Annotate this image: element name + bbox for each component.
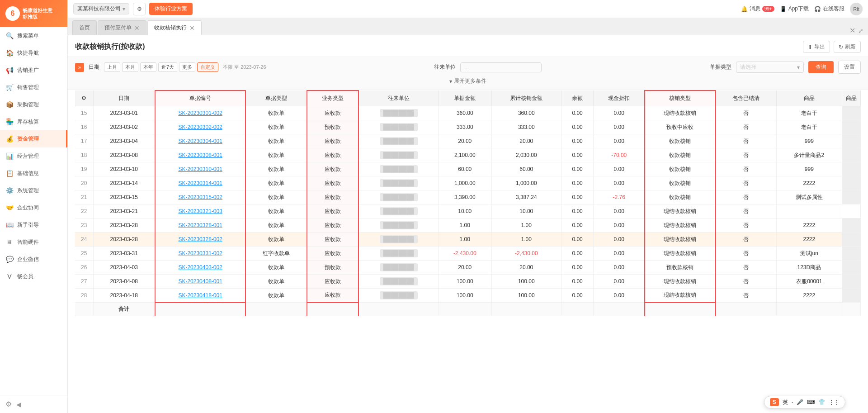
cell-doc_no[interactable]: SK-20230301-002 [155, 106, 245, 120]
partner-input[interactable]: ... [460, 62, 542, 72]
doc-link[interactable]: SK-20230301-002 [178, 110, 222, 116]
cell-doc_no[interactable]: SK-20230408-001 [155, 275, 245, 289]
filter-expand-button[interactable]: » [75, 63, 84, 72]
table-row: 252023-03-31SK-20230331-002红字收款单应收款█████… [75, 247, 861, 261]
query-button[interactable]: 查询 [808, 61, 834, 73]
col-header-cash_discount: 现金折扣 [594, 90, 645, 106]
tab-close-collection[interactable]: ✕ [189, 25, 195, 31]
settings-icon[interactable]: ⚙ [5, 400, 12, 408]
doc-link[interactable]: SK-20230302-002 [178, 124, 222, 130]
cell-doc_no[interactable]: SK-20230403-002 [155, 261, 245, 275]
doc-link[interactable]: SK-20230328-002 [178, 236, 222, 242]
cell-amount: 20.00 [438, 134, 491, 148]
date-btn-更多[interactable]: 更多 [179, 62, 195, 72]
sidebar-item-label-operations: 经营管理 [17, 152, 39, 160]
doc-link[interactable]: SK-20230408-001 [178, 278, 222, 285]
expand-tab-icon[interactable]: ⤢ [858, 27, 863, 34]
date-btn-近7天[interactable]: 近7天 [158, 62, 177, 72]
tab-collection[interactable]: 收款核销执行✕ [147, 20, 202, 35]
cell-partner: ████████ [359, 106, 438, 120]
ime-more-icon[interactable]: ⋮⋮ [829, 399, 840, 405]
sidebar-item-inventory[interactable]: 🏪 库存核算 [0, 113, 67, 130]
cell-cash_discount: 0.00 [594, 176, 645, 190]
doc-link[interactable]: SK-20230310-001 [178, 166, 222, 172]
doc-link[interactable]: SK-20230308-001 [178, 152, 222, 158]
doc-link[interactable]: SK-20230314-001 [178, 180, 222, 186]
topbar-gear-button[interactable]: ⚙ [133, 3, 146, 15]
cell-cash_discount: 0.00 [594, 233, 645, 247]
doc-link[interactable]: SK-20230328-001 [178, 222, 222, 228]
tab-home[interactable]: 首页 [72, 20, 97, 35]
sidebar-item-quicknav[interactable]: 🏠 快捷导航 [0, 44, 67, 62]
refresh-icon: ↻ [839, 44, 843, 50]
collapse-icon[interactable]: ◀ [16, 401, 21, 408]
refresh-button[interactable]: ↻ 刷新 [834, 41, 861, 53]
doc-link[interactable]: SK-20230418-001 [178, 292, 222, 299]
tab-prepay[interactable]: 预付应付单✕ [98, 20, 146, 35]
tab-close-prepay[interactable]: ✕ [134, 25, 140, 31]
online-service-button[interactable]: 🎧 在线客服 [814, 5, 844, 13]
sidebar-item-marketing[interactable]: 📢 营销推广 [0, 62, 67, 79]
sidebar-item-guide[interactable]: 📖 新手引导 [0, 216, 67, 233]
doc-link[interactable]: SK-20230315-002 [178, 194, 222, 200]
cell-cum_amount: -2,430.00 [491, 247, 561, 261]
doc-link[interactable]: SK-20230304-001 [178, 138, 222, 144]
expand-more-conditions[interactable]: ▾ 展开更多条件 [75, 76, 861, 86]
industry-solution-button[interactable]: 体验行业方案 [149, 3, 193, 15]
user-avatar[interactable]: Rit [850, 3, 863, 15]
doc-link[interactable]: SK-20230321-003 [178, 208, 222, 214]
sidebar-item-purchase[interactable]: 📦 采购管理 [0, 96, 67, 113]
date-btn-本年[interactable]: 本年 [140, 62, 156, 72]
cell-doc_no[interactable]: SK-20230308-001 [155, 148, 245, 162]
ime-voice-icon[interactable]: 🎤 [797, 399, 803, 405]
export-button[interactable]: ⬆ 导出 [803, 41, 830, 53]
cell-doc_no[interactable]: SK-20230314-001 [155, 176, 245, 190]
cell-doc_no[interactable]: SK-20230302-002 [155, 120, 245, 134]
cell-date: 2023-04-08 [93, 275, 155, 289]
cell-doc_no[interactable]: SK-20230328-002 [155, 233, 245, 247]
notifications-button[interactable]: 🔔 消息 99+ [741, 5, 774, 13]
cell-doc_no[interactable]: SK-20230321-003 [155, 204, 245, 218]
ime-lang[interactable]: 英 [783, 399, 788, 406]
cell-doc_no[interactable]: SK-20230328-001 [155, 218, 245, 233]
sidebar-item-system[interactable]: ⚙️ 系统管理 [0, 182, 67, 199]
cell-doc_no[interactable]: SK-20230418-001 [155, 289, 245, 303]
app-download-button[interactable]: 📱 App下载 [780, 5, 809, 13]
sidebar-item-operations[interactable]: 📊 经营管理 [0, 147, 67, 165]
sidebar-item-basic[interactable]: 📋 基础信息 [0, 165, 67, 182]
sidebar-item-funds[interactable]: 💰 资金管理 [0, 130, 67, 147]
doc-type-select[interactable]: 请选择 ▾ [736, 62, 804, 73]
tab-label-collection: 收款核销执行 [154, 24, 187, 32]
sidebar-item-member[interactable]: V 畅会员 [0, 268, 67, 285]
date-btn-上月[interactable]: 上月 [104, 62, 120, 72]
sidebar-item-label-member: 畅会员 [17, 273, 33, 280]
sidebar-item-hardware[interactable]: 🖥 智能硬件 [0, 233, 67, 251]
sidebar-item-sales[interactable]: 🛒 销售管理 [0, 79, 67, 96]
close-tab-icon[interactable]: ✕ [849, 26, 855, 35]
cell-date: 2023-03-01 [93, 106, 155, 120]
sidebar-item-search[interactable]: 🔍 搜索菜单 [0, 27, 67, 44]
cell-doc_type: 收款单 [245, 233, 307, 247]
sidebar-item-label-quicknav: 快捷导航 [17, 49, 39, 57]
sidebar-item-wechat[interactable]: 💬 企业微信 [0, 251, 67, 268]
date-btn-本月[interactable]: 本月 [122, 62, 138, 72]
cell-cash_discount: 0.00 [594, 247, 645, 261]
doc-link[interactable]: SK-20230331-002 [178, 250, 222, 256]
cell-doc_no[interactable]: SK-20230304-001 [155, 134, 245, 148]
cell-doc_no[interactable]: SK-20230315-002 [155, 190, 245, 204]
date-custom-btn[interactable]: 自定义 [197, 62, 218, 72]
cell-doc_no[interactable]: SK-20230310-001 [155, 162, 245, 176]
ime-keyboard-icon[interactable]: ⌨ [807, 399, 815, 405]
ime-skin-icon[interactable]: 👕 [818, 399, 825, 405]
doc-link[interactable]: SK-20230403-002 [178, 264, 222, 271]
tab-bar: 首页预付应付单✕收款核销执行✕ ✕ ⤢ [68, 18, 868, 35]
purchase-icon: 📦 [5, 100, 14, 109]
cell-product2 [842, 289, 861, 303]
sidebar-item-corp[interactable]: 🤝 企业协同 [0, 199, 67, 216]
cell-doc_no[interactable]: SK-20230331-002 [155, 247, 245, 261]
filter-settings-button[interactable]: 设置 [838, 61, 861, 74]
basic-icon: 📋 [5, 169, 14, 177]
company-selector[interactable]: 某某科技有限公司 ▾ [73, 3, 129, 14]
footer-cell-cancel_type [645, 303, 715, 316]
cell-date: 2023-03-04 [93, 134, 155, 148]
